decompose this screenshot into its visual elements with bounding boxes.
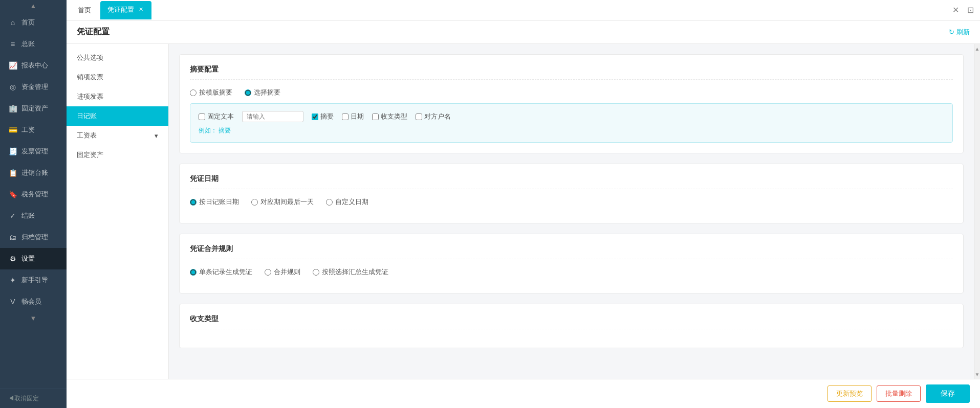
sidebar-item-member[interactable]: V 畅会员	[0, 291, 67, 312]
counterpart-input[interactable]	[416, 114, 422, 120]
sidebar-item-close[interactable]: ✓ 结账	[0, 205, 67, 226]
page-title: 凭证配置	[77, 27, 110, 37]
guide-icon: ✦	[8, 276, 17, 284]
left-nav-journal[interactable]: 日记账	[67, 106, 168, 126]
template-summary-radio[interactable]: 按模版摘要	[190, 88, 232, 97]
sidebar-item-ledger[interactable]: ≡ 总账	[0, 33, 67, 55]
settings-icon: ⚙	[8, 255, 17, 263]
merge-rules-input[interactable]	[265, 269, 271, 276]
home-icon: ⌂	[8, 18, 17, 27]
sidebar-item-settings[interactable]: ⚙ 设置	[0, 248, 67, 269]
fixed-text-field[interactable]	[242, 111, 303, 122]
example-text: 例如： 摘要	[199, 126, 944, 135]
sidebar-item-purchase-sales[interactable]: 📋 进销台账	[0, 162, 67, 184]
voucher-config-tab-label: 凭证配置	[107, 5, 134, 14]
select-merge-input[interactable]	[313, 269, 319, 276]
left-nav-fixed-assets[interactable]: 固定资产	[67, 145, 168, 165]
refresh-button[interactable]: ↻ 刷新	[949, 28, 970, 37]
sidebar: ▲ ⌂ 首页 ≡ 总账 📈 报表中心 ◎ 资金管理 🏢 固定资产 💳 工资 🧾 …	[0, 0, 67, 408]
bottom-toolbar: 更新预览 批量删除 保存	[67, 379, 980, 408]
summary-section: 摘要配置 按模版摘要 选择摘要 固定文本	[179, 54, 964, 153]
member-icon: V	[8, 298, 17, 306]
merge-rules-title: 凭证合并规则	[190, 244, 953, 259]
summary-input[interactable]	[312, 114, 318, 120]
purchase-sales-icon: 📋	[8, 169, 17, 177]
sidebar-scroll-down[interactable]: ▼	[0, 312, 67, 324]
tab-bar: 首页 凭证配置 ✕ ✕ ⊡	[67, 0, 980, 20]
summary-radio-group: 按模版摘要 选择摘要	[190, 88, 953, 97]
merge-rules-radio[interactable]: 合并规则	[265, 267, 300, 277]
select-merge-radio[interactable]: 按照选择汇总生成凭证	[313, 267, 388, 277]
sidebar-scroll-up[interactable]: ▲	[0, 0, 67, 12]
page-scrollbar: ▲ ▼	[974, 44, 980, 379]
sidebar-item-funds[interactable]: ◎ 资金管理	[0, 76, 67, 98]
voucher-date-title: 凭证日期	[190, 174, 953, 189]
custom-date-radio[interactable]: 自定义日期	[326, 197, 368, 207]
by-journal-date-radio[interactable]: 按日记账日期	[190, 197, 239, 207]
single-record-radio[interactable]: 单条记录生成凭证	[190, 267, 252, 277]
income-type-input[interactable]	[372, 114, 379, 120]
expand-icon: ▾	[155, 132, 158, 140]
left-nav-public[interactable]: 公共选项	[67, 48, 168, 67]
sidebar-item-home[interactable]: ⌂ 首页	[0, 12, 67, 33]
payroll-icon: 💳	[8, 126, 17, 134]
sidebar-unpin-button[interactable]: ◀取消固定	[0, 389, 67, 408]
date-input[interactable]	[342, 114, 349, 120]
batch-delete-button[interactable]: 批量删除	[877, 386, 921, 402]
page-header: 凭证配置 ↻ 刷新	[67, 20, 980, 44]
scrollbar-up[interactable]: ▲	[974, 44, 980, 53]
select-summary-input[interactable]	[245, 89, 251, 96]
window-close-icon[interactable]: ✕	[950, 3, 961, 17]
close-accounts-icon: ✓	[8, 212, 17, 220]
sidebar-item-guide[interactable]: ✦ 新手引导	[0, 269, 67, 291]
left-nav-purchase-invoice[interactable]: 进项发票	[67, 87, 168, 106]
date-checkbox[interactable]: 日期	[342, 112, 364, 121]
save-button[interactable]: 保存	[926, 384, 970, 403]
left-nav-payroll-table[interactable]: 工资表 ▾	[67, 126, 168, 145]
fixed-text-input[interactable]	[199, 114, 205, 120]
update-preview-button[interactable]: 更新预览	[827, 386, 872, 402]
summary-config-box: 固定文本 摘要 日期 收支类型	[190, 103, 953, 143]
fixed-text-checkbox[interactable]: 固定文本	[199, 112, 234, 121]
last-day-radio[interactable]: 对应期间最后一天	[251, 197, 314, 207]
template-summary-input[interactable]	[190, 89, 197, 96]
sidebar-item-payroll[interactable]: 💳 工资	[0, 119, 67, 141]
ledger-icon: ≡	[8, 40, 17, 48]
refresh-icon: ↻	[949, 28, 954, 36]
tax-icon: 🔖	[8, 190, 17, 198]
sidebar-item-archive[interactable]: 🗂 归档管理	[0, 226, 67, 248]
scrollbar-down[interactable]: ▼	[974, 370, 980, 379]
last-day-input[interactable]	[251, 199, 258, 206]
merge-rules-section: 凭证合并规则 单条记录生成凭证 合并规则 按照选择汇总生成凭证	[179, 234, 964, 293]
reports-icon: 📈	[8, 61, 17, 70]
invoice-icon: 🧾	[8, 147, 17, 155]
summary-checkbox[interactable]: 摘要	[312, 112, 334, 121]
single-record-input[interactable]	[190, 269, 197, 276]
voucher-date-section: 凭证日期 按日记账日期 对应期间最后一天 自定义日期	[179, 164, 964, 223]
select-summary-radio[interactable]: 选择摘要	[245, 88, 280, 97]
sidebar-item-assets[interactable]: 🏢 固定资产	[0, 98, 67, 119]
sidebar-item-tax[interactable]: 🔖 税务管理	[0, 184, 67, 205]
custom-date-input[interactable]	[326, 199, 333, 206]
assets-icon: 🏢	[8, 104, 17, 112]
left-nav-sales-invoice[interactable]: 销项发票	[67, 67, 168, 87]
counterpart-checkbox[interactable]: 对方户名	[416, 112, 451, 121]
by-journal-date-input[interactable]	[190, 199, 197, 206]
tab-voucher-config[interactable]: 凭证配置 ✕	[100, 1, 151, 19]
archive-icon: 🗂	[8, 233, 17, 241]
content-wrapper: 公共选项 销项发票 进项发票 日记账 工资表 ▾ 固定资产 摘要配置	[67, 44, 980, 379]
voucher-date-radio-group: 按日记账日期 对应期间最后一天 自定义日期	[190, 197, 953, 207]
main-area: 首页 凭证配置 ✕ ✕ ⊡ 凭证配置 ↻ 刷新 公共选项 销项发票 进	[67, 0, 980, 408]
income-type-checkbox[interactable]: 收支类型	[372, 112, 407, 121]
tab-bar-controls: ✕ ⊡	[950, 3, 976, 17]
sidebar-item-invoice[interactable]: 🧾 发票管理	[0, 141, 67, 162]
tab-close-button[interactable]: ✕	[137, 6, 144, 13]
left-navigation: 公共选项 销项发票 进项发票 日记账 工资表 ▾ 固定资产	[67, 44, 169, 379]
home-tab-label: 首页	[78, 6, 91, 15]
summary-section-title: 摘要配置	[190, 65, 953, 80]
income-type-title: 收支类型	[190, 314, 953, 329]
merge-rules-radio-group: 单条记录生成凭证 合并规则 按照选择汇总生成凭证	[190, 267, 953, 277]
tab-home[interactable]: 首页	[71, 1, 98, 19]
sidebar-item-reports[interactable]: 📈 报表中心	[0, 55, 67, 76]
window-resize-icon[interactable]: ⊡	[965, 3, 976, 17]
